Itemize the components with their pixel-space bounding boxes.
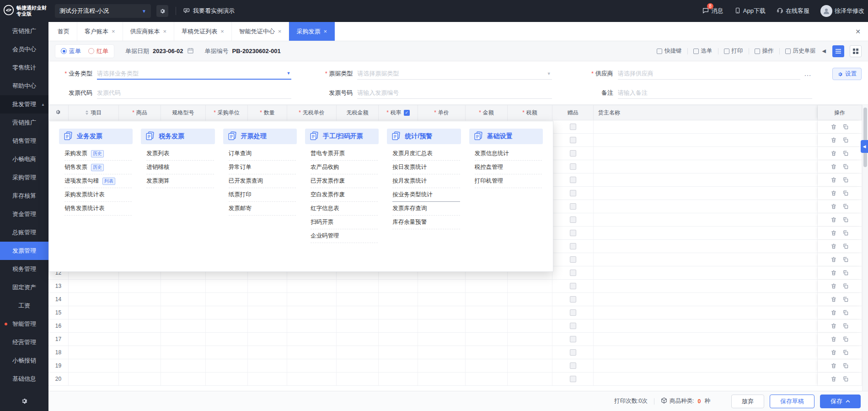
sidebar-item[interactable]: 税务管理 <box>0 260 48 278</box>
grid-view-button[interactable] <box>850 45 862 57</box>
copy-row-icon[interactable] <box>842 177 849 183</box>
sidebar-item[interactable]: 批发管理▲ <box>0 95 48 114</box>
delete-row-icon[interactable] <box>830 203 837 210</box>
toolbar-action[interactable]: 选单 <box>693 47 713 55</box>
lookup-more-icon[interactable]: … <box>804 70 812 78</box>
gift-checkbox[interactable] <box>570 309 576 316</box>
tab-close-icon[interactable]: × <box>323 28 327 35</box>
tab-close-icon[interactable]: × <box>163 28 167 35</box>
invoice-number-input[interactable] <box>357 89 552 96</box>
copy-row-icon[interactable] <box>842 203 849 210</box>
column-header[interactable]: 操作 <box>818 105 862 120</box>
gift-checkbox[interactable] <box>570 296 576 303</box>
column-header[interactable]: 规格型号 <box>161 105 206 120</box>
copy-row-icon[interactable] <box>842 309 849 316</box>
sidebar-item[interactable]: 会员中心 <box>0 40 48 59</box>
settings-button[interactable]: 设置 <box>832 68 862 80</box>
demo-link[interactable]: 我要看实例演示 <box>183 7 235 15</box>
copy-row-icon[interactable] <box>842 190 849 196</box>
close-all-tabs-icon[interactable]: ✕ <box>848 28 868 35</box>
messages-button[interactable]: 8 消息 <box>702 7 723 16</box>
popup-menu-item[interactable]: 异常订单 <box>229 161 296 174</box>
popup-menu-item[interactable]: 订单查询 <box>229 147 296 161</box>
popup-section-header[interactable]: 业务发票 <box>59 129 133 144</box>
tab[interactable]: 首页 <box>50 22 77 41</box>
copy-row-icon[interactable] <box>842 296 849 303</box>
sidebar-item[interactable]: 小畅报销 <box>0 352 48 370</box>
sort-icon[interactable] <box>86 110 88 115</box>
business-type-select[interactable]: ▼ <box>97 68 291 80</box>
doc-date-value[interactable]: 2023-06-02 <box>153 48 183 54</box>
gift-checkbox[interactable] <box>570 137 576 143</box>
ticket-type-input[interactable] <box>357 70 546 77</box>
sidebar-item[interactable]: 零售统计 <box>0 59 48 77</box>
popup-menu-item[interactable]: 采购发票统计表 <box>64 188 132 202</box>
popup-menu-item[interactable]: 发票邮寄 <box>229 202 296 216</box>
delete-row-icon[interactable] <box>830 362 837 369</box>
sidebar-item[interactable]: 小畅电商 <box>0 150 48 168</box>
sidebar-item[interactable]: 库存核算 <box>0 187 48 205</box>
sidebar-item[interactable]: 发票管理 <box>0 242 48 260</box>
copy-row-icon[interactable] <box>842 336 849 342</box>
toolbar-action[interactable]: 打印 <box>724 47 743 55</box>
delete-row-icon[interactable] <box>830 309 837 316</box>
side-panel-handle[interactable]: ◀ <box>861 140 868 153</box>
sidebar-item[interactable]: 经营管理 <box>0 333 48 352</box>
popup-section-header[interactable]: 开票处理 <box>223 129 297 144</box>
tab[interactable]: 智能凭证中心× <box>232 22 289 41</box>
popup-menu-item[interactable]: 按日发票统计 <box>392 161 460 174</box>
column-settings-gear-icon[interactable] <box>55 109 61 116</box>
popup-menu-item[interactable]: 按月发票统计 <box>392 174 460 188</box>
gift-checkbox[interactable] <box>570 256 576 263</box>
invoice-code-input[interactable] <box>97 89 291 96</box>
popup-menu-item[interactable]: 采购发票历史 <box>64 147 132 161</box>
delete-row-icon[interactable] <box>830 124 837 130</box>
column-header[interactable]: 无税金额 <box>337 105 379 120</box>
gift-checkbox[interactable] <box>570 349 576 356</box>
popup-menu-item[interactable]: 销售发票历史 <box>64 161 132 174</box>
user-menu[interactable]: 徐泽华修改 <box>820 5 864 17</box>
popup-section-header[interactable]: 税务发票 <box>141 129 214 144</box>
gift-checkbox[interactable] <box>570 216 576 223</box>
gift-checkbox[interactable] <box>570 336 576 342</box>
popup-menu-item[interactable]: 打印机管理 <box>475 174 542 188</box>
sidebar-item[interactable]: 资金管理 <box>0 205 48 223</box>
copy-row-icon[interactable] <box>842 216 849 223</box>
sidebar-item[interactable]: 采购管理 <box>0 168 48 187</box>
copy-row-icon[interactable] <box>842 124 849 130</box>
gift-checkbox[interactable] <box>570 323 576 329</box>
copy-row-icon[interactable] <box>842 150 849 157</box>
list-view-button[interactable] <box>832 45 844 57</box>
popup-menu-item[interactable]: 红字信息表 <box>311 202 378 216</box>
sidebar-item[interactable]: 智能管理 <box>0 315 48 333</box>
popup-menu-item[interactable]: 发票信息统计 <box>475 147 542 161</box>
delete-row-icon[interactable] <box>830 283 837 289</box>
column-header[interactable]: 项目 <box>69 105 119 120</box>
popup-menu-item[interactable]: 发票测算 <box>146 174 214 188</box>
sidebar-item[interactable]: 帮助中心 <box>0 77 48 95</box>
delete-row-icon[interactable] <box>830 349 837 356</box>
sidebar-item[interactable]: 销售管理 <box>0 132 48 150</box>
copy-row-icon[interactable] <box>842 362 849 369</box>
chevron-left-icon[interactable]: ◀ <box>821 48 827 54</box>
table-row[interactable]: 13 <box>48 280 862 293</box>
remark-input[interactable] <box>618 89 812 96</box>
popup-menu-item[interactable]: 按业务类型统计 <box>392 188 460 202</box>
org-selector[interactable]: 测试分开流程-小况 ▼ <box>55 4 151 18</box>
delete-row-icon[interactable] <box>830 323 837 329</box>
gift-checkbox[interactable] <box>570 203 576 210</box>
copy-row-icon[interactable] <box>842 376 849 382</box>
ticket-type-select[interactable]: ▼ <box>357 68 552 80</box>
supplier-lookup[interactable] <box>618 68 800 80</box>
popup-section-header[interactable]: 基础设置 <box>469 129 543 144</box>
sidebar-item[interactable]: 基础信息 <box>0 370 48 388</box>
app-download-button[interactable]: App下载 <box>734 7 766 15</box>
gift-checkbox[interactable] <box>570 243 576 249</box>
discard-button[interactable]: 放弃 <box>731 395 764 408</box>
column-header[interactable]: 采购单位 <box>206 105 248 120</box>
sidebar-item[interactable]: 固定资产 <box>0 278 48 297</box>
copy-row-icon[interactable] <box>842 137 849 143</box>
tab-close-icon[interactable]: × <box>220 28 224 35</box>
tab[interactable]: 采购发票× <box>289 22 335 41</box>
delete-row-icon[interactable] <box>830 256 837 263</box>
